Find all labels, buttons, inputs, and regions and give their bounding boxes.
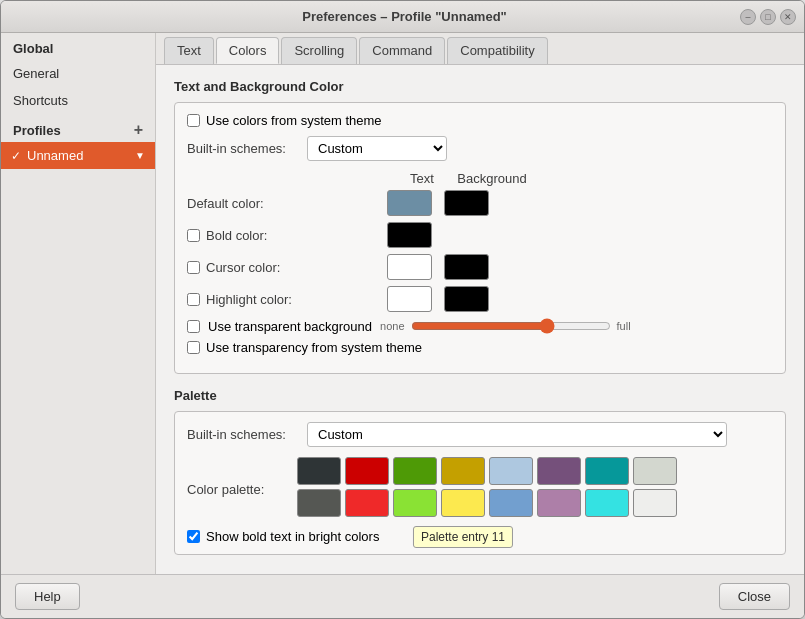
- tabs-bar: Text Colors Scrolling Command Compatibil…: [156, 33, 804, 65]
- tab-command[interactable]: Command: [359, 37, 445, 64]
- profiles-label: Profiles: [13, 123, 61, 138]
- highlight-color-bg-swatch[interactable]: [444, 286, 489, 312]
- default-color-text-swatch[interactable]: [387, 190, 432, 216]
- titlebar: Preferences – Profile "Unnamed" – □ ✕: [1, 1, 804, 33]
- transparency-full-label: full: [617, 320, 631, 332]
- palette-schemes-select[interactable]: Custom Linux console Rxvt Tango Solarize…: [307, 422, 727, 447]
- use-transparency-system-label: Use transparency from system theme: [206, 340, 422, 355]
- highlight-color-label: Highlight color:: [206, 292, 292, 307]
- palette-section-title: Palette: [174, 388, 786, 403]
- main-content: Text Colors Scrolling Command Compatibil…: [156, 33, 804, 574]
- show-bold-bright-checkbox[interactable]: [187, 530, 200, 543]
- transparent-bg-row: Use transparent background none full: [187, 318, 773, 334]
- palette-row-2: [297, 489, 677, 517]
- profiles-header: Profiles +: [1, 114, 155, 142]
- bold-color-row: Bold color:: [187, 222, 773, 248]
- palette-swatches-container: [297, 457, 677, 521]
- palette-swatch-2[interactable]: [393, 457, 437, 485]
- text-bg-section-box: Use colors from system theme Built-in sc…: [174, 102, 786, 374]
- palette-swatch-14[interactable]: [585, 489, 629, 517]
- color-column-headers: Text Background: [387, 171, 773, 186]
- palette-swatch-5[interactable]: [537, 457, 581, 485]
- cursor-color-row: Cursor color:: [187, 254, 773, 280]
- bold-color-checkbox[interactable]: [187, 229, 200, 242]
- global-header: Global: [1, 33, 155, 60]
- profile-check-icon: ✓: [11, 149, 21, 163]
- close-button[interactable]: ✕: [780, 9, 796, 25]
- show-bold-bright-label: Show bold text in bright colors: [206, 529, 379, 544]
- use-transparent-bg-checkbox[interactable]: [187, 320, 200, 333]
- tab-scrolling[interactable]: Scrolling: [281, 37, 357, 64]
- content-area: Global General Shortcuts Profiles + ✓ Un…: [1, 33, 804, 574]
- colors-panel: Text and Background Color Use colors fro…: [156, 65, 804, 574]
- profile-name: Unnamed: [27, 148, 83, 163]
- profile-label-area: ✓ Unnamed: [11, 148, 83, 163]
- tab-colors[interactable]: Colors: [216, 37, 280, 64]
- tab-text[interactable]: Text: [164, 37, 214, 64]
- text-header: Text: [387, 171, 457, 186]
- builtin-schemes-row: Built-in schemes: Custom Black on white …: [187, 136, 773, 161]
- highlight-color-label-area: Highlight color:: [187, 292, 387, 307]
- palette-swatch-8[interactable]: [297, 489, 341, 517]
- palette-row-1: [297, 457, 677, 485]
- help-button[interactable]: Help: [15, 583, 80, 610]
- window-controls: – □ ✕: [740, 9, 796, 25]
- sidebar: Global General Shortcuts Profiles + ✓ Un…: [1, 33, 156, 574]
- use-transparent-bg-label: Use transparent background: [208, 319, 372, 334]
- maximize-button[interactable]: □: [760, 9, 776, 25]
- palette-swatch-7[interactable]: [633, 457, 677, 485]
- highlight-color-row: Highlight color:: [187, 286, 773, 312]
- text-bg-section-title: Text and Background Color: [174, 79, 786, 94]
- transparency-slider-container: none full: [380, 318, 631, 334]
- use-system-theme-checkbox[interactable]: [187, 114, 200, 127]
- builtin-schemes-select[interactable]: Custom Black on white White on black Sol…: [307, 136, 447, 161]
- palette-swatch-12[interactable]: [489, 489, 533, 517]
- default-color-label-area: Default color:: [187, 196, 387, 211]
- palette-schemes-row: Built-in schemes: Custom Linux console R…: [187, 422, 773, 447]
- cursor-color-label-area: Cursor color:: [187, 260, 387, 275]
- tab-compatibility[interactable]: Compatibility: [447, 37, 547, 64]
- bold-color-label: Bold color:: [206, 228, 267, 243]
- transparency-slider[interactable]: [411, 318, 611, 334]
- default-color-bg-swatch[interactable]: [444, 190, 489, 216]
- highlight-color-checkbox[interactable]: [187, 293, 200, 306]
- palette-swatch-13[interactable]: [537, 489, 581, 517]
- palette-swatch-11[interactable]: [441, 489, 485, 517]
- palette-colors-row: Color palette:: [187, 457, 773, 521]
- palette-swatch-3[interactable]: [441, 457, 485, 485]
- cursor-color-label: Cursor color:: [206, 260, 280, 275]
- bold-color-label-area: Bold color:: [187, 228, 387, 243]
- palette-swatch-9[interactable]: [345, 489, 389, 517]
- bottom-bar: Help Close: [1, 574, 804, 618]
- profile-item-unnamed[interactable]: ✓ Unnamed ▼: [1, 142, 155, 169]
- show-bold-bright-row: Show bold text in bright colors: [187, 529, 773, 544]
- sidebar-item-shortcuts[interactable]: Shortcuts: [1, 87, 155, 114]
- builtin-schemes-label: Built-in schemes:: [187, 141, 297, 156]
- highlight-color-text-swatch[interactable]: [387, 286, 432, 312]
- palette-swatch-1[interactable]: [345, 457, 389, 485]
- add-profile-button[interactable]: +: [134, 122, 143, 138]
- palette-swatch-10[interactable]: [393, 489, 437, 517]
- palette-section-box: Built-in schemes: Custom Linux console R…: [174, 411, 786, 555]
- preferences-window: Preferences – Profile "Unnamed" – □ ✕ Gl…: [0, 0, 805, 619]
- transparency-none-label: none: [380, 320, 404, 332]
- cursor-color-checkbox[interactable]: [187, 261, 200, 274]
- palette-swatch-6[interactable]: [585, 457, 629, 485]
- palette-swatch-4[interactable]: [489, 457, 533, 485]
- sidebar-item-general[interactable]: General: [1, 60, 155, 87]
- close-button-footer[interactable]: Close: [719, 583, 790, 610]
- palette-schemes-label: Built-in schemes:: [187, 427, 297, 442]
- bold-color-text-swatch[interactable]: [387, 222, 432, 248]
- cursor-color-bg-swatch[interactable]: [444, 254, 489, 280]
- minimize-button[interactable]: –: [740, 9, 756, 25]
- palette-swatch-0[interactable]: [297, 457, 341, 485]
- default-color-label: Default color:: [187, 196, 264, 211]
- profile-arrow-icon: ▼: [135, 150, 145, 161]
- window-title: Preferences – Profile "Unnamed": [69, 9, 740, 24]
- use-system-theme-row: Use colors from system theme: [187, 113, 773, 128]
- cursor-color-text-swatch[interactable]: [387, 254, 432, 280]
- palette-swatch-15[interactable]: [633, 489, 677, 517]
- default-color-row: Default color:: [187, 190, 773, 216]
- use-transparency-system-checkbox[interactable]: [187, 341, 200, 354]
- use-system-theme-label: Use colors from system theme: [206, 113, 382, 128]
